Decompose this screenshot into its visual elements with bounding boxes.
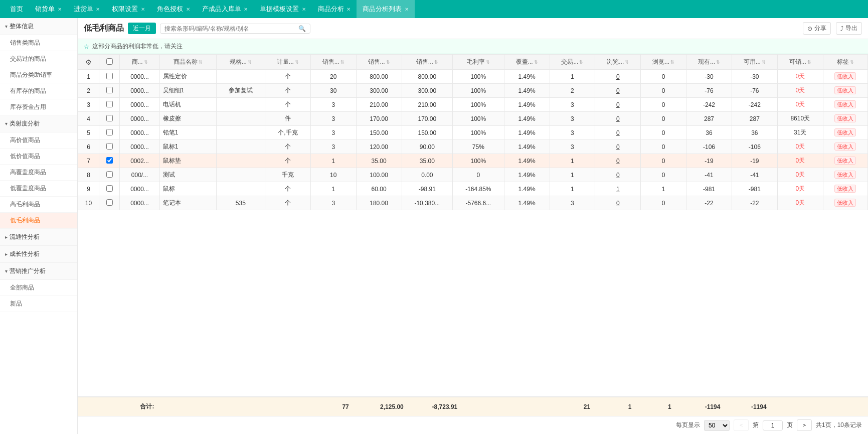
sidebar-group-growth[interactable]: ▸ 成长性分析 <box>0 246 77 263</box>
date-filter-button[interactable]: 近一月 <box>128 23 156 34</box>
cell-unit: 个 <box>265 140 310 154</box>
prev-page-button[interactable]: ＜ <box>734 419 749 431</box>
nav-permission-settings[interactable]: 权限设置 ✕ <box>106 0 151 18</box>
page-input[interactable] <box>763 420 783 430</box>
row-checkbox[interactable] <box>106 157 113 164</box>
search-input[interactable] <box>164 25 298 32</box>
col-gross-rate-header[interactable]: 毛利率⇅ <box>453 55 504 70</box>
select-all-checkbox[interactable] <box>106 58 113 65</box>
cell-checkbox[interactable] <box>99 140 120 154</box>
cell-browse1[interactable]: 0 <box>595 112 641 126</box>
sidebar-item-stock-capital[interactable]: 库存资金占用 <box>0 99 77 115</box>
cell-browse1[interactable]: 0 <box>595 168 641 182</box>
col-sales-price-header[interactable]: 销售...⇅ <box>356 55 402 70</box>
nav-role-auth[interactable]: 角色授权 ✕ <box>151 0 196 18</box>
sidebar-group-marketing[interactable]: ▾ 营销推广分析 <box>0 263 77 280</box>
cell-browse1[interactable]: 0 <box>595 126 641 140</box>
col-settings[interactable]: ⚙ <box>78 55 99 70</box>
close-sales-order-icon[interactable]: ✕ <box>58 7 62 12</box>
sidebar-group-analysis[interactable]: ▾ 类射度分析 <box>0 115 77 132</box>
col-spec-header[interactable]: 规格...⇅ <box>216 55 265 70</box>
column-settings-button[interactable]: ⚙ <box>85 58 92 66</box>
col-sales-qty-header[interactable]: 销售...⇅ <box>310 55 356 70</box>
sidebar-item-sales-products[interactable]: 销售类商品 <box>0 35 77 51</box>
nav-home[interactable]: 首页 <box>4 0 29 18</box>
close-analysis-icon[interactable]: ✕ <box>346 7 351 12</box>
col-checkbox-header[interactable] <box>99 55 120 70</box>
nav-product-analysis[interactable]: 商品分析 ✕ <box>312 0 357 18</box>
col-current-header[interactable]: 现有...⇅ <box>686 55 732 70</box>
close-role-icon[interactable]: ✕ <box>186 7 190 12</box>
row-checkbox[interactable] <box>106 129 113 135</box>
cell-browse1[interactable]: 0 <box>595 84 641 98</box>
cell-checkbox[interactable] <box>99 154 120 168</box>
col-tag-header[interactable]: 标签⇅ <box>823 55 867 70</box>
per-page-select[interactable]: 50 20 100 <box>704 420 730 431</box>
row-checkbox[interactable] <box>106 101 113 107</box>
nav-product-inbound[interactable]: 产成品入库单 ✕ <box>196 0 254 18</box>
row-checkbox[interactable] <box>106 115 113 121</box>
row-checkbox[interactable] <box>106 87 113 93</box>
cell-checkbox[interactable] <box>99 70 120 84</box>
col-browse2-header[interactable]: 浏览...⇅ <box>641 55 686 70</box>
cell-checkbox[interactable] <box>99 98 120 112</box>
sidebar-group-flow[interactable]: ▸ 流通性分析 <box>0 229 77 246</box>
cell-checkbox[interactable] <box>99 84 120 98</box>
nav-sales-order[interactable]: 销货单 ✕ <box>29 0 68 18</box>
sidebar-item-traded-products[interactable]: 交易过的商品 <box>0 51 77 67</box>
col-trade-header[interactable]: 交易...⇅ <box>550 55 595 70</box>
cell-checkbox[interactable] <box>99 112 120 126</box>
cell-browse1[interactable]: 0 <box>595 70 641 84</box>
cell-tag: 低收入 <box>823 154 867 168</box>
row-checkbox[interactable] <box>106 199 113 206</box>
sidebar-group-overall[interactable]: ▾ 整体信息 <box>0 18 77 35</box>
nav-analysis-list[interactable]: 商品分析列表 ✕ <box>357 0 415 18</box>
col-browse1-header[interactable]: 浏览...⇅ <box>595 55 641 70</box>
sidebar-item-stocked-products[interactable]: 有库存的商品 <box>0 83 77 99</box>
sidebar-item-all-products[interactable]: 全部商品 <box>0 280 77 296</box>
sidebar-item-low-value[interactable]: 低价值商品 <box>0 149 77 165</box>
row-checkbox[interactable] <box>106 73 113 79</box>
nav-purchase-order[interactable]: 进货单 ✕ <box>68 0 106 18</box>
sidebar-item-low-coverage[interactable]: 低覆盖度商品 <box>0 181 77 197</box>
cell-coverage: 1.49% <box>504 168 550 182</box>
col-sales-amount-header[interactable]: 销售...⇅ <box>402 55 453 70</box>
search-icon[interactable]: 🔍 <box>298 25 306 32</box>
cell-browse1[interactable]: 0 <box>595 154 641 168</box>
sidebar-item-high-coverage[interactable]: 高覆盖度商品 <box>0 165 77 181</box>
cell-checkbox[interactable] <box>99 182 120 196</box>
col-saleable-header[interactable]: 可销...⇅ <box>777 55 823 70</box>
row-checkbox[interactable] <box>106 171 113 178</box>
cell-browse1[interactable]: 0 <box>595 98 641 112</box>
col-unit-header[interactable]: 计量...⇅ <box>265 55 310 70</box>
col-coverage-header[interactable]: 覆盖...⇅ <box>504 55 550 70</box>
search-box[interactable]: 🔍 <box>160 24 310 34</box>
col-name-header[interactable]: 商品名称⇅ <box>159 55 216 70</box>
sidebar-item-high-value[interactable]: 高价值商品 <box>0 132 77 149</box>
sidebar-item-new-products[interactable]: 新品 <box>0 296 77 312</box>
col-available-header[interactable]: 可用...⇅ <box>732 55 777 70</box>
nav-template-settings[interactable]: 单据模板设置 ✕ <box>254 0 312 18</box>
cell-checkbox[interactable] <box>99 196 120 210</box>
row-checkbox[interactable] <box>106 185 113 192</box>
close-purchase-order-icon[interactable]: ✕ <box>96 7 100 12</box>
next-page-button[interactable]: ＞ <box>797 419 812 431</box>
close-analysis-list-icon[interactable]: ✕ <box>405 7 409 12</box>
cell-browse1[interactable]: 0 <box>595 140 641 154</box>
sidebar-item-low-margin[interactable]: 低毛利商品 <box>0 213 77 229</box>
share-button[interactable]: ⊙ 分享 <box>803 22 831 35</box>
row-checkbox[interactable] <box>106 143 113 150</box>
cell-browse1[interactable]: 1 <box>595 182 641 196</box>
cell-browse1[interactable]: 0 <box>595 196 641 210</box>
col-code-header[interactable]: 商...⇅ <box>120 55 159 70</box>
cell-checkbox[interactable] <box>99 126 120 140</box>
close-template-icon[interactable]: ✕ <box>302 7 306 12</box>
sidebar-item-high-margin[interactable]: 高毛利商品 <box>0 197 77 213</box>
sidebar-item-category-rate[interactable]: 商品分类助销率 <box>0 67 77 83</box>
close-product-inbound-icon[interactable]: ✕ <box>244 7 248 12</box>
table-header-row: ⚙ 商...⇅ 商品名称⇅ 规格...⇅ 计量...⇅ 销售...⇅ 销售...… <box>78 55 868 70</box>
table-container[interactable]: ⚙ 商...⇅ 商品名称⇅ 规格...⇅ 计量...⇅ 销售...⇅ 销售...… <box>78 54 868 396</box>
cell-checkbox[interactable] <box>99 168 120 182</box>
export-button[interactable]: ⤴ 导出 <box>836 22 862 35</box>
close-permission-icon[interactable]: ✕ <box>141 7 145 12</box>
